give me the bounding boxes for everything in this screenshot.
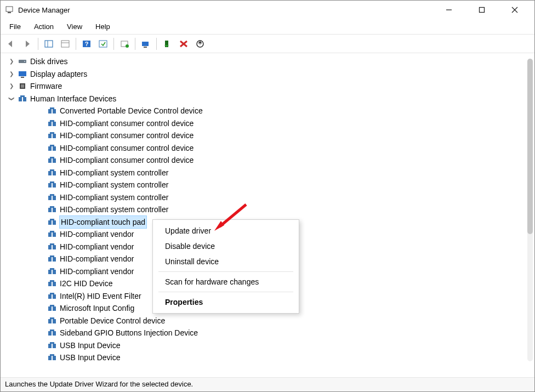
- device-row[interactable]: HID-compliant system controller: [17, 191, 534, 204]
- menu-file[interactable]: File: [4, 20, 26, 33]
- disk-icon: [18, 57, 27, 66]
- tree-label: USB Input Device: [60, 364, 121, 367]
- hid-icon: [48, 193, 56, 202]
- svg-rect-34: [53, 122, 56, 126]
- svg-text:?: ?: [85, 41, 89, 47]
- context-properties[interactable]: Properties: [153, 294, 299, 310]
- svg-rect-1: [8, 12, 11, 13]
- device-row[interactable]: HID-compliant system controller: [17, 179, 534, 191]
- maximize-button[interactable]: [472, 2, 492, 18]
- context-separator: [158, 292, 293, 292]
- svg-rect-3: [480, 8, 485, 13]
- svg-rect-55: [53, 208, 56, 212]
- tree-label: Disk drives: [30, 55, 67, 68]
- hid-icon: [48, 168, 56, 177]
- uninstall-device-button[interactable]: [193, 37, 207, 50]
- svg-rect-40: [53, 146, 56, 151]
- svg-rect-68: [50, 255, 54, 257]
- scrollbar-thumb[interactable]: [527, 59, 533, 234]
- device-row[interactable]: Sideband GPIO Buttons Injection Device: [17, 327, 534, 339]
- tree-label: Display adapters: [30, 68, 87, 81]
- enable-device-button[interactable]: [160, 37, 174, 50]
- chevron-right-icon[interactable]: ❯: [8, 83, 15, 89]
- vertical-scrollbar[interactable]: [527, 59, 533, 361]
- svg-rect-82: [53, 319, 56, 323]
- svg-rect-60: [48, 232, 52, 237]
- context-disable-device[interactable]: Disable device: [153, 238, 299, 254]
- update-driver-button[interactable]: [117, 37, 132, 50]
- svg-rect-59: [50, 219, 54, 220]
- statusbar-text: Launches the Update Driver Wizard for th…: [5, 380, 193, 388]
- tree-label: HID-compliant system controller: [60, 191, 168, 204]
- category-firmware[interactable]: ❯ Firmware: [17, 80, 534, 93]
- category-disk-drives[interactable]: ❯ Disk drives: [17, 55, 534, 68]
- svg-rect-30: [48, 109, 52, 113]
- device-row[interactable]: Converted Portable Device Control device: [17, 105, 534, 117]
- close-button[interactable]: [505, 2, 525, 18]
- tree-label: HID-compliant consumer control device: [60, 129, 193, 142]
- menu-view[interactable]: View: [61, 20, 88, 33]
- disable-device-button[interactable]: [177, 37, 191, 50]
- hid-icon: [48, 292, 56, 300]
- svg-rect-0: [6, 7, 13, 12]
- menu-help[interactable]: Help: [90, 20, 116, 33]
- device-row[interactable]: HID-compliant consumer control device: [17, 142, 534, 155]
- svg-rect-71: [50, 268, 54, 270]
- action-button[interactable]: [96, 37, 110, 50]
- svg-rect-77: [50, 293, 54, 294]
- device-row[interactable]: HID-compliant consumer control device: [17, 117, 534, 130]
- category-hid[interactable]: ❯ Human Interface Devices: [17, 93, 534, 105]
- tree-label: HID-compliant system controller: [60, 179, 168, 191]
- svg-rect-42: [48, 158, 52, 163]
- tree-label: HID-compliant consumer control device: [60, 142, 193, 155]
- tree-label: Microsoft Input Config: [60, 302, 134, 315]
- hid-icon: [48, 156, 56, 164]
- context-scan-hardware[interactable]: Scan for hardware changes: [153, 274, 299, 289]
- statusbar: Launches the Update Driver Wizard for th…: [1, 377, 534, 391]
- device-row[interactable]: HID-compliant consumer control device: [17, 129, 534, 142]
- hid-icon: [48, 316, 56, 325]
- chevron-right-icon[interactable]: ❯: [8, 58, 15, 65]
- svg-rect-48: [48, 183, 52, 188]
- svg-rect-47: [50, 169, 54, 171]
- device-row[interactable]: HID-compliant system controller: [17, 167, 534, 179]
- svg-rect-50: [50, 181, 54, 183]
- context-uninstall-device[interactable]: Uninstall device: [153, 254, 299, 269]
- device-row[interactable]: USB Input Device: [17, 351, 534, 364]
- svg-rect-57: [48, 220, 52, 225]
- svg-rect-79: [53, 306, 56, 311]
- chevron-down-icon[interactable]: ❯: [8, 95, 15, 102]
- hid-icon: [48, 106, 56, 115]
- svg-rect-62: [50, 231, 54, 232]
- svg-rect-33: [48, 122, 52, 126]
- back-button[interactable]: [4, 37, 18, 50]
- device-row[interactable]: HID-compliant consumer control device: [17, 154, 534, 167]
- hid-icon: [48, 254, 56, 263]
- devmgr-icon: [5, 5, 14, 14]
- svg-rect-64: [53, 245, 56, 249]
- minimize-button[interactable]: [439, 2, 459, 18]
- device-row[interactable]: Portable Device Control device: [17, 315, 534, 327]
- device-row[interactable]: USB Input Device: [17, 339, 534, 352]
- scan-hardware-button[interactable]: [139, 37, 153, 50]
- svg-rect-72: [48, 282, 52, 286]
- category-display-adapters[interactable]: ❯ Display adapters: [17, 68, 534, 81]
- svg-rect-73: [53, 282, 56, 286]
- svg-point-22: [24, 61, 25, 62]
- svg-rect-12: [99, 41, 107, 47]
- menu-action[interactable]: Action: [29, 20, 59, 33]
- tree-label: Firmware: [30, 80, 62, 93]
- help-button[interactable]: ?: [79, 37, 94, 50]
- svg-rect-51: [48, 196, 52, 200]
- device-row[interactable]: USB Input Device: [17, 364, 534, 367]
- forward-button[interactable]: [20, 37, 35, 50]
- svg-rect-63: [48, 245, 52, 249]
- hid-icon: [48, 131, 56, 140]
- device-row[interactable]: HID-compliant system controller: [17, 203, 534, 216]
- properties-button[interactable]: [58, 37, 72, 50]
- show-hide-tree-button[interactable]: [42, 37, 56, 50]
- hid-icon: [48, 205, 56, 214]
- chevron-right-icon[interactable]: ❯: [8, 71, 15, 77]
- svg-rect-36: [48, 134, 52, 138]
- svg-rect-89: [50, 342, 54, 344]
